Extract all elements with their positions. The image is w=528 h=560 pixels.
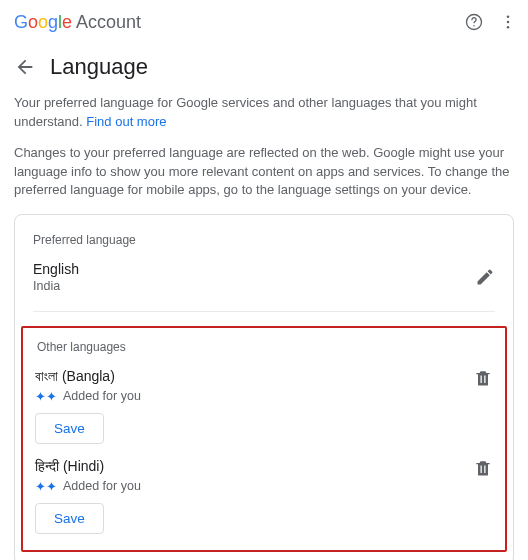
added-for-you-label: Added for you <box>63 389 141 403</box>
back-arrow-icon[interactable] <box>14 56 36 78</box>
svg-point-3 <box>507 21 510 24</box>
delete-icon[interactable] <box>473 458 493 478</box>
other-languages-highlight: Other languages বাংলা (Bangla) ✦✦ Added … <box>21 326 507 552</box>
other-language-item: বাংলা (Bangla) ✦✦ Added for you Save <box>35 368 493 444</box>
preferred-language-label: Preferred language <box>33 233 495 247</box>
intro-text-1: Your preferred language for Google servi… <box>14 95 477 129</box>
language-card: Preferred language English India Other l… <box>14 214 514 560</box>
sparkle-icon: ✦✦ <box>35 390 57 403</box>
svg-point-1 <box>473 25 475 26</box>
find-out-more-link[interactable]: Find out more <box>86 114 166 129</box>
preferred-language-region: India <box>33 279 79 293</box>
divider <box>33 311 495 312</box>
svg-point-2 <box>507 15 510 18</box>
edit-icon[interactable] <box>475 267 495 287</box>
added-for-you-label: Added for you <box>63 479 141 493</box>
brand: Google Account <box>14 12 141 33</box>
preferred-language-name: English <box>33 261 79 277</box>
intro-paragraph-2: Changes to your preferred language are r… <box>14 144 514 201</box>
other-language-name: हिन्दी (Hindi) <box>35 458 141 475</box>
account-title: Account <box>76 12 141 33</box>
svg-point-4 <box>507 26 510 29</box>
other-languages-label: Other languages <box>37 340 493 354</box>
more-vert-icon[interactable] <box>496 10 520 34</box>
page-title: Language <box>50 54 148 80</box>
other-language-item: हिन्दी (Hindi) ✦✦ Added for you Save <box>35 458 493 534</box>
delete-icon[interactable] <box>473 368 493 388</box>
save-button[interactable]: Save <box>35 413 104 444</box>
sparkle-icon: ✦✦ <box>35 480 57 493</box>
other-language-name: বাংলা (Bangla) <box>35 368 141 385</box>
intro-paragraph-1: Your preferred language for Google servi… <box>14 94 514 132</box>
help-icon[interactable] <box>462 10 486 34</box>
google-logo: Google <box>14 12 72 33</box>
save-button[interactable]: Save <box>35 503 104 534</box>
